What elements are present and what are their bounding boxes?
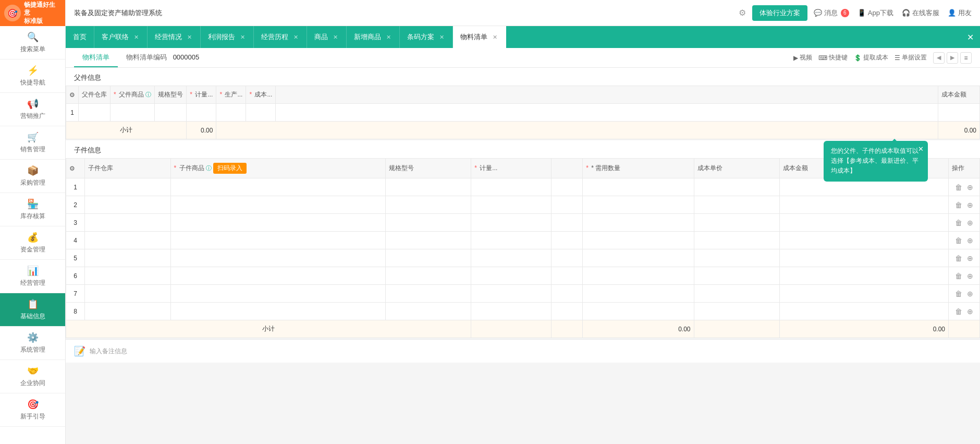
- tab-operations-close[interactable]: ✕: [186, 33, 193, 42]
- child-row-5-unit-cost[interactable]: [694, 249, 780, 267]
- sidebar-item-finance[interactable]: 💰 资金管理: [0, 226, 65, 260]
- delete-icon[interactable]: 🗑: [955, 201, 962, 209]
- copy-icon[interactable]: ⊕: [967, 201, 973, 209]
- child-row-1-unit-cost[interactable]: [694, 178, 780, 196]
- parent-row-1-spec[interactable]: [155, 104, 187, 122]
- child-row-7-unit[interactable]: [471, 285, 552, 303]
- child-row-3-goods[interactable]: [170, 214, 385, 232]
- child-row-6-unit-cost[interactable]: [694, 267, 780, 285]
- sidebar-item-inventory[interactable]: 🏪 库存核算: [0, 193, 65, 226]
- child-row-2-spec[interactable]: [385, 196, 471, 214]
- parent-row-1-unit[interactable]: [187, 104, 216, 122]
- copy-icon[interactable]: ⊕: [967, 236, 973, 245]
- tab-profit[interactable]: 利润报告 ✕: [201, 26, 254, 48]
- sidebar-item-marketing[interactable]: 📢 营销推广: [0, 93, 65, 126]
- child-row-7-cost-amount[interactable]: [780, 285, 949, 303]
- child-row-7-unit-cost[interactable]: [694, 285, 780, 303]
- settings-icon[interactable]: ⚙: [739, 8, 746, 18]
- sidebar-item-basicinfo[interactable]: 📋 基础信息: [0, 293, 65, 327]
- child-row-7-warehouse[interactable]: [85, 285, 171, 303]
- tab-history[interactable]: 经营历程 ✕: [254, 26, 307, 48]
- subheader-tab-bomlist[interactable]: 物料清单: [74, 49, 118, 67]
- child-row-1-qty[interactable]: [583, 178, 694, 196]
- tab-customer[interactable]: 客户联络 ✕: [94, 26, 148, 48]
- delete-icon[interactable]: 🗑: [955, 183, 962, 191]
- child-row-8-warehouse[interactable]: [85, 303, 171, 320]
- delete-icon[interactable]: 🗑: [955, 290, 962, 298]
- child-row-2-unit-cost[interactable]: [694, 196, 780, 214]
- tab-newgoods-close[interactable]: ✕: [385, 33, 392, 42]
- child-row-5-goods[interactable]: [170, 249, 385, 267]
- child-row-5-qty[interactable]: [583, 249, 694, 267]
- sidebar-item-sales[interactable]: 🛒 销售管理: [0, 126, 65, 160]
- child-row-7-qty[interactable]: [583, 285, 694, 303]
- child-row-4-unit-cost[interactable]: [694, 232, 780, 249]
- child-row-4-unit[interactable]: [471, 232, 552, 249]
- child-row-3-warehouse[interactable]: [85, 214, 171, 232]
- child-row-2-warehouse[interactable]: [85, 196, 171, 214]
- tab-barcode[interactable]: 条码方案 ✕: [400, 26, 453, 48]
- child-row-3-qty[interactable]: [583, 214, 694, 232]
- message-action[interactable]: 💬 消息 6: [814, 8, 849, 18]
- view-menu[interactable]: ≡: [960, 52, 972, 64]
- child-row-2-goods[interactable]: [170, 196, 385, 214]
- tab-bomlist[interactable]: 物料清单 ✕: [453, 26, 506, 48]
- copy-icon[interactable]: ⊕: [967, 272, 973, 280]
- child-row-8-unit-cost[interactable]: [694, 303, 780, 320]
- copy-icon[interactable]: ⊕: [967, 254, 973, 262]
- tooltip-close[interactable]: ✕: [918, 144, 924, 155]
- child-row-8-qty[interactable]: [583, 303, 694, 320]
- child-row-5-unit[interactable]: [471, 249, 552, 267]
- copy-icon[interactable]: ⊕: [967, 219, 973, 227]
- delete-icon[interactable]: 🗑: [955, 236, 962, 245]
- child-row-1-goods[interactable]: [170, 178, 385, 196]
- parent-row-1-goods[interactable]: [111, 104, 155, 122]
- child-row-2-cost-amount[interactable]: [780, 196, 949, 214]
- app-download-action[interactable]: 📱 App下载: [858, 8, 893, 18]
- child-row-5-spec[interactable]: [385, 249, 471, 267]
- tab-barcode-close[interactable]: ✕: [438, 33, 445, 42]
- th-parent-settings[interactable]: ⚙: [66, 86, 79, 104]
- tab-home[interactable]: 首页: [66, 26, 94, 48]
- sidebar-item-operations[interactable]: 📊 经营管理: [0, 260, 65, 293]
- child-row-6-goods[interactable]: [170, 267, 385, 285]
- child-row-7-goods[interactable]: [170, 285, 385, 303]
- copy-icon[interactable]: ⊕: [967, 307, 973, 316]
- parent-row-1-production[interactable]: [216, 104, 246, 122]
- child-row-8-cost-amount[interactable]: [780, 303, 949, 320]
- sidebar-item-system[interactable]: ⚙️ 系统管理: [0, 327, 65, 360]
- child-row-2-qty[interactable]: [583, 196, 694, 214]
- child-row-5-warehouse[interactable]: [85, 249, 171, 267]
- action-single-settings[interactable]: ☰ 单据设置: [895, 53, 927, 62]
- tab-customer-close[interactable]: ✕: [133, 33, 140, 42]
- child-row-1-warehouse[interactable]: [85, 178, 171, 196]
- copy-icon[interactable]: ⊕: [967, 183, 973, 191]
- child-row-6-unit[interactable]: [471, 267, 552, 285]
- child-row-3-cost-amount[interactable]: [780, 214, 949, 232]
- child-row-4-warehouse[interactable]: [85, 232, 171, 249]
- user-action[interactable]: 👤 用友: [948, 8, 972, 18]
- child-row-4-goods[interactable]: [170, 232, 385, 249]
- child-row-3-unit[interactable]: [471, 214, 552, 232]
- child-row-4-qty[interactable]: [583, 232, 694, 249]
- child-row-1-unit[interactable]: [471, 178, 552, 196]
- tab-operations[interactable]: 经营情况 ✕: [148, 26, 201, 48]
- child-row-6-spec[interactable]: [385, 267, 471, 285]
- note-hint[interactable]: 输入备注信息: [90, 347, 127, 356]
- experience-btn[interactable]: 体验行业方案: [752, 5, 807, 21]
- delete-icon[interactable]: 🗑: [955, 219, 962, 227]
- action-extract-cost[interactable]: 💲 提取成本: [854, 53, 888, 62]
- parent-row-1-cost[interactable]: [246, 104, 276, 122]
- online-service-action[interactable]: 🎧 在线客服: [902, 8, 939, 18]
- nav-prev[interactable]: ◀: [933, 52, 945, 64]
- sidebar-item-search[interactable]: 🔍 搜索菜单: [0, 26, 65, 59]
- child-row-6-warehouse[interactable]: [85, 267, 171, 285]
- th-child-settings[interactable]: ⚙: [66, 159, 85, 178]
- sidebar-item-quicknav[interactable]: ⚡ 快捷导航: [0, 59, 65, 93]
- nav-close-all[interactable]: ✕: [961, 32, 980, 42]
- child-row-6-qty[interactable]: [583, 267, 694, 285]
- child-row-6-cost-amount[interactable]: [780, 267, 949, 285]
- action-view[interactable]: ▶ 视频: [793, 53, 812, 62]
- copy-icon[interactable]: ⊕: [967, 290, 973, 298]
- delete-icon[interactable]: 🗑: [955, 272, 962, 280]
